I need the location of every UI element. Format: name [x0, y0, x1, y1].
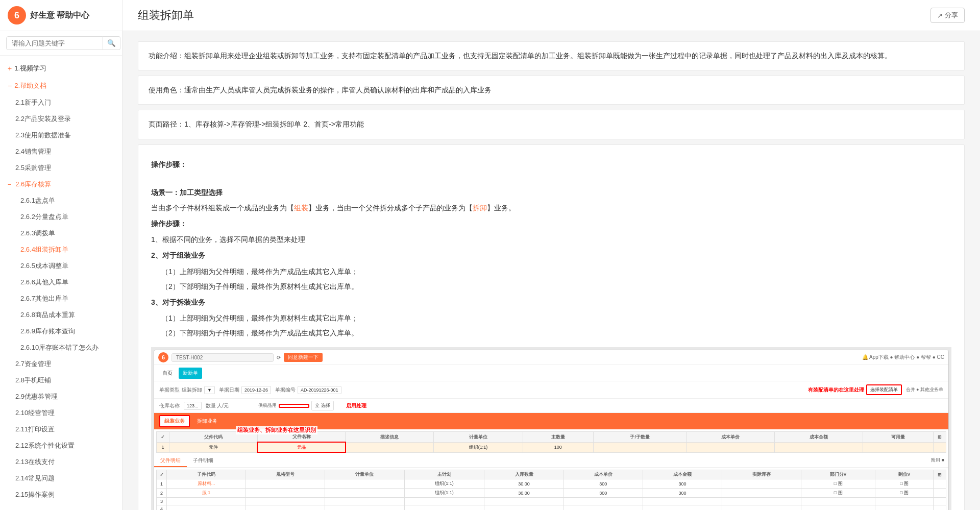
ss-logo: 6 — [158, 352, 168, 362]
page-title: 组装拆卸单 — [138, 8, 194, 23]
sidebar-item-ledger-fix[interactable]: 2.6.10库存账本错了怎么办 — [0, 339, 122, 356]
content-header: 组装拆卸单 ↗ 分享 — [122, 0, 980, 31]
sidebar-item-ops[interactable]: 2.10经营管理 — [0, 405, 122, 421]
ss-nav: 自页 新新单 — [154, 365, 948, 381]
annotation-enable: 启用处理 — [346, 402, 366, 409]
minus-sub-icon: − — [8, 181, 12, 188]
ss-select-bom[interactable]: 选择装配清单 — [866, 384, 902, 395]
steps-section: 操作步骤： 场景一：加工类型选择 当由多个子件材料组装成一个成品的业务为【组装】… — [138, 144, 965, 510]
steps-label: 操作步骤： — [151, 160, 187, 168]
share-button[interactable]: ↗ 分享 — [930, 8, 965, 23]
annotation-bom: 有装配清单的在这里处理 — [808, 386, 864, 394]
sidebar-item-inventory[interactable]: − 2.6库存核算 — [0, 176, 122, 192]
sidebar-item-transfer[interactable]: 2.6.3调拨单 — [0, 225, 122, 241]
annotation-type: 组装业务、拆卸业务在这里识别 — [236, 426, 317, 434]
sidebar-item-stocktake[interactable]: 2.6.1盘点单 — [0, 192, 122, 209]
ss-form-type: 单据类型 组装拆卸 ▼ — [159, 386, 215, 394]
search-box[interactable]: 🔍 — [0, 31, 122, 56]
screenshot-inner: 6 TEST-H002 ⟳ 同意新建一下 🔔 App下载 ● 帮助中心 ● 帮帮… — [154, 350, 949, 510]
path-block: 页面路径：1、库存核算->库存管理->组装拆卸单 2、首页->常用功能 — [138, 110, 965, 139]
share-icon: ↗ — [937, 12, 943, 19]
ss-nav-home[interactable]: 自页 — [158, 368, 177, 379]
sidebar-header: 6 好生意 帮助中心 — [0, 0, 122, 31]
app-title: 好生意 帮助中心 — [30, 10, 89, 21]
step2-label: 2、对于组装业务 — [151, 251, 205, 259]
sidebar-item-cost-recalc[interactable]: 2.6.8商品成本重算 — [0, 307, 122, 323]
scenario1-desc: 当由多个子件材料组装成一个成品的业务为【组装】业务，当由一个父件拆分成多个子产品… — [151, 202, 951, 214]
step2-sub1: （1）上部明细为父件明细，最终作为产成品生成其它入库单； — [151, 265, 951, 278]
sidebar-item-other-out[interactable]: 2.6.7其他出库单 — [0, 290, 122, 307]
app-logo: 6 — [8, 6, 26, 25]
nav-section-docs: − 2.帮助文档 2.1新手入门 2.2产品安装及登录 2.3使用前数据准备 2… — [0, 77, 122, 503]
sidebar-item-assembly[interactable]: 2.6.4组装拆卸单 — [0, 241, 122, 258]
sidebar-item-docs[interactable]: − 2.帮助文档 — [0, 77, 122, 94]
steps-sub-label: 操作步骤： — [151, 220, 187, 228]
ss-disassembly-tab[interactable]: 拆卸业务 — [193, 416, 222, 426]
ss-url-bar: TEST-H002 — [172, 353, 274, 362]
plus-icon: + — [8, 64, 12, 72]
ss-type-row: 组装业务 拆卸业务 组装业务、拆卸业务在这里识别 — [154, 413, 948, 429]
screenshot-container: 6 TEST-H002 ⟳ 同意新建一下 🔔 App下载 ● 帮助中心 ● 帮帮… — [151, 347, 951, 510]
ss-form-date: 单据日期 2019-12-26 — [219, 386, 271, 394]
sidebar-item-sales[interactable]: 2.4销售管理 — [0, 143, 122, 160]
main-content: 组装拆卸单 ↗ 分享 功能介绍：组装拆卸单用来处理企业组装或拆卸等加工业务，支持… — [122, 0, 980, 510]
ss-enable-field[interactable] — [279, 404, 309, 408]
ss-type-dropdown[interactable]: ▼ — [204, 386, 215, 394]
sidebar-item-new-user[interactable]: 2.1新手入门 — [0, 94, 122, 111]
ss-tab-extra: 附用 ■ — [927, 455, 948, 467]
ss-refresh: ⟳ — [277, 355, 281, 360]
scenario1-label: 场景一：加工类型选择 — [151, 188, 951, 198]
sidebar-item-finance[interactable]: 2.7资金管理 — [0, 356, 122, 372]
ss-new-btn: 同意新建一下 — [284, 353, 323, 362]
nav-list: + 1.视频学习 − 2.帮助文档 2.1新手入门 2.2产品安装及登录 2.3… — [0, 56, 122, 510]
ss-assembly-tab[interactable]: 组装业务 — [159, 415, 190, 427]
sidebar-item-split-stocktake[interactable]: 2.6.2分量盘点单 — [0, 209, 122, 225]
ss-sub-table-container: ✓ 子件代码 规格型号 计量单位 主计划 入库数量 成本单价 成本金额 实际库存 — [154, 468, 948, 510]
step1: 1、根据不同的业务，选择不同单据的类型来处理 — [151, 233, 951, 246]
ss-topbar: 6 TEST-H002 ⟳ 同意新建一下 🔔 App下载 ● 帮助中心 ● 帮帮… — [154, 350, 948, 365]
search-button[interactable]: 🔍 — [103, 36, 120, 50]
sidebar-item-data-prep[interactable]: 2.3使用前数据准备 — [0, 127, 122, 143]
sidebar-item-purchase[interactable]: 2.5采购管理 — [0, 160, 122, 176]
step2-sub2: （2）下部明细为子件明细，最终作为原材料生成其它出库单。 — [151, 280, 951, 293]
ss-tab-child[interactable]: 子件明细 — [187, 455, 219, 467]
ss-parent-table: ✓ 父件代码 父件名称 描述信息 计量单位 主数量 子/子数量 成本单价 成本金… — [156, 431, 946, 453]
sidebar-item-mobile[interactable]: 2.8手机旺铺 — [0, 372, 122, 388]
intro-block: 功能介绍：组装拆卸单用来处理企业组装或拆卸等加工业务，支持有固定装配清单的产品加… — [138, 41, 965, 70]
ss-form-code: 单据编号 AD-20191226-001 — [275, 386, 341, 394]
sidebar-item-payment[interactable]: 2.13在线支付 — [0, 454, 122, 470]
sidebar-item-cases[interactable]: 2.15操作案例 — [0, 487, 122, 503]
ss-process-btn[interactable]: 立 选择 — [311, 401, 334, 410]
sidebar-item-ledger-query[interactable]: 2.6.9库存账本查询 — [0, 323, 122, 339]
ss-bottom-tabs: 父件明细 子件明细 附用 ■ — [154, 455, 948, 468]
sidebar-item-other-in[interactable]: 2.6.6其他入库单 — [0, 274, 122, 290]
nav-section-video: + 1.视频学习 — [0, 60, 122, 77]
nav-sub-list-docs: 2.1新手入门 2.2产品安装及登录 2.3使用前数据准备 2.4销售管理 2.… — [0, 94, 122, 503]
sidebar-item-print[interactable]: 2.11打印设置 — [0, 421, 122, 438]
role-text: 使用角色：通常由生产人员或库管人员完成拆装业务的操作，库管人员确认原材料的出库和… — [149, 86, 492, 94]
search-input[interactable] — [6, 36, 103, 50]
sidebar-item-install[interactable]: 2.2产品安装及登录 — [0, 111, 122, 127]
intro-text: 功能介绍：组装拆卸单用来处理企业组装或拆卸等加工业务，支持有固定装配清单的产品加… — [149, 52, 892, 60]
step3-sub2: （2）下部明细为子件明细，最终作为产成品生成其它入库单。 — [151, 327, 951, 339]
path-text: 页面路径：1、库存核算->库存管理->组装拆卸单 2、首页->常用功能 — [149, 120, 364, 128]
ss-icons: 🔔 App下载 ● 帮助中心 ● 帮帮 ● CC — [862, 354, 944, 361]
sidebar-item-coupon[interactable]: 2.9优惠券管理 — [0, 388, 122, 405]
ss-nav-new[interactable]: 新新单 — [179, 368, 202, 379]
content-body: 功能介绍：组装拆卸单用来处理企业组装或拆卸等加工业务，支持有固定装配清单的产品加… — [122, 31, 980, 510]
step3-label: 3、对于拆装业务 — [151, 298, 205, 306]
ss-tab-parent[interactable]: 父件明细 — [154, 455, 187, 467]
step3-sub1: （1）上部明细为父件明细，最终作为原材料生成其它出库单； — [151, 312, 951, 325]
minus-icon: − — [8, 82, 12, 90]
ss-child-table: ✓ 子件代码 规格型号 计量单位 主计划 入库数量 成本单价 成本金额 实际库存 — [156, 470, 946, 510]
sidebar-item-faq[interactable]: 2.14常见问题 — [0, 470, 122, 487]
sidebar-item-cost-adjust[interactable]: 2.6.5成本调整单 — [0, 258, 122, 274]
sidebar-item-custom[interactable]: 2.12系统个性化设置 — [0, 438, 122, 454]
sidebar-item-video[interactable]: + 1.视频学习 — [0, 60, 122, 77]
sidebar: 6 好生意 帮助中心 🔍 + 1.视频学习 − 2.帮助文档 2.1新手入门 — [0, 0, 122, 510]
role-block: 使用角色：通常由生产人员或库管人员完成拆装业务的操作，库管人员确认原材料的出库和… — [138, 76, 965, 105]
ss-parent-name-field[interactable]: 元品 — [297, 445, 306, 450]
